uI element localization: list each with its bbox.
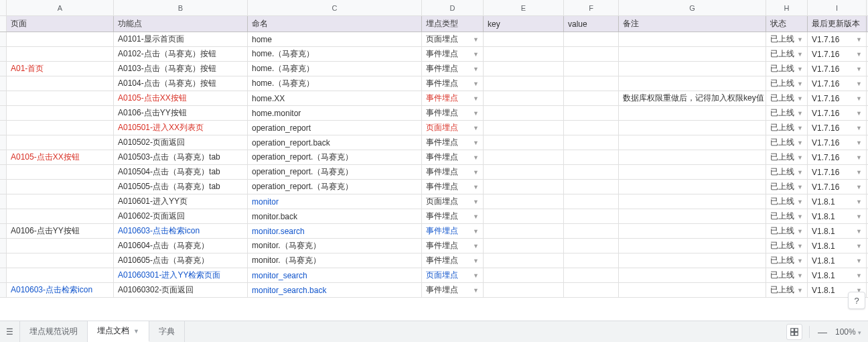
cell-status[interactable]: 已上线▼ [766, 180, 808, 194]
cell-status[interactable]: 已上线▼ [766, 121, 808, 135]
chevron-down-icon[interactable]: ▼ [470, 213, 479, 220]
sheet-tab[interactable]: 字典 [149, 321, 185, 342]
chevron-down-icon[interactable]: ▼ [794, 80, 803, 87]
chevron-down-icon[interactable]: ▼ [794, 110, 803, 117]
cell-page[interactable]: A0106-点击YY按钮 [7, 224, 114, 238]
cell-tracking-type[interactable]: 事件埋点▼ [422, 283, 484, 297]
chevron-down-icon[interactable]: ▼ [794, 184, 803, 190]
cell-tracking-type[interactable]: 事件埋点▼ [422, 253, 484, 268]
cell-function[interactable]: A01060301-进入YY检索页面 [114, 268, 248, 282]
cell-version[interactable]: V1.8.1▼ [808, 224, 867, 238]
table-row[interactable]: A010604-点击（马赛克）monitor.（马赛克）事件埋点▼已上线▼V1.… [0, 239, 868, 253]
cell-version[interactable]: V1.7.16▼ [808, 121, 867, 135]
cell-tracking-type[interactable]: 事件埋点▼ [422, 180, 484, 194]
cell-function[interactable]: A010505-点击（马赛克）tab [114, 180, 248, 194]
cell-function[interactable]: A010605-点击（马赛克） [114, 253, 248, 268]
cell-version[interactable]: V1.7.16▼ [808, 180, 867, 194]
cell-page[interactable] [7, 47, 114, 61]
col-letter-F[interactable]: F [564, 0, 619, 15]
help-button[interactable]: ? [848, 292, 865, 309]
cell-function[interactable]: A010504-点击（马赛克）tab [114, 165, 248, 179]
cell-key[interactable] [484, 283, 564, 297]
cell-remark[interactable] [619, 32, 766, 46]
table-row[interactable]: A010603-点击检索iconA01060302-页面返回monitor_se… [0, 283, 868, 298]
cell-tracking-type[interactable]: 事件埋点▼ [422, 239, 484, 253]
cell-remark[interactable] [619, 150, 766, 164]
cell-remark[interactable] [619, 268, 766, 282]
spreadsheet-grid[interactable]: A B C D E F G H I 页面 功能点 命名 埋点类型 key val… [0, 0, 868, 321]
col-letter-A[interactable]: A [7, 0, 114, 15]
cell-status[interactable]: 已上线▼ [766, 165, 808, 179]
cell-key[interactable] [484, 268, 564, 282]
chevron-down-icon[interactable]: ▼ [853, 110, 862, 117]
table-row[interactable]: A01-首页A0103-点击（马赛克）按钮home.（马赛克）事件埋点▼已上线▼… [0, 62, 868, 76]
chevron-down-icon[interactable]: ▼ [470, 154, 479, 161]
cell-function[interactable]: A010602-页面返回 [114, 209, 248, 223]
table-row[interactable]: A010502-页面返回operation_report.back事件埋点▼已上… [0, 135, 868, 150]
cell-page[interactable]: A0105-点击XX按钮 [7, 150, 114, 164]
cell-function[interactable]: A0102-点击（马赛克）按钮 [114, 47, 248, 61]
cell-version[interactable]: V1.7.16▼ [808, 135, 867, 150]
cell-tracking-type[interactable]: 事件埋点▼ [422, 150, 484, 164]
chevron-down-icon[interactable]: ▼ [794, 51, 803, 58]
cell-naming[interactable]: operation_report.（马赛克） [248, 150, 422, 164]
cell-status[interactable]: 已上线▼ [766, 91, 808, 105]
table-row[interactable]: A0106-点击YY按钮A010603-点击检索iconmonitor.sear… [0, 224, 868, 239]
cell-naming[interactable]: operation_report.back [248, 135, 422, 150]
cell-naming[interactable]: monitor.（马赛克） [248, 239, 422, 253]
cell-remark[interactable] [619, 76, 766, 91]
chevron-down-icon[interactable]: ▼ [853, 184, 862, 190]
header-version[interactable]: 最后更新版本 [808, 16, 867, 32]
cell-status[interactable]: 已上线▼ [766, 62, 808, 76]
col-letter-H[interactable]: H [766, 0, 808, 15]
cell-remark[interactable] [619, 224, 766, 238]
cell-function[interactable]: A010603-点击检索icon [114, 224, 248, 238]
cell-key[interactable] [484, 47, 564, 61]
chevron-down-icon[interactable]: ▼ [794, 139, 803, 146]
cell-remark[interactable] [619, 180, 766, 194]
header-value[interactable]: value [564, 16, 619, 32]
chevron-down-icon[interactable]: ▼ [853, 95, 862, 102]
chevron-down-icon[interactable]: ▼ [470, 36, 479, 43]
cell-key[interactable] [484, 76, 564, 91]
cell-tracking-type[interactable]: 事件埋点▼ [422, 224, 484, 238]
chevron-down-icon[interactable]: ▼ [470, 80, 479, 87]
cell-key[interactable] [484, 62, 564, 76]
table-row[interactable]: A0101-显示首页面home页面埋点▼已上线▼V1.7.16▼ [0, 32, 868, 47]
cell-function[interactable]: A010501-进入XX列表页 [114, 121, 248, 135]
cell-remark[interactable] [619, 165, 766, 179]
cell-value-col[interactable] [564, 224, 619, 238]
cell-key[interactable] [484, 180, 564, 194]
cell-page[interactable] [7, 180, 114, 194]
zoom-out-button[interactable]: — [816, 327, 828, 337]
cell-naming[interactable]: home.XX [248, 91, 422, 105]
cell-value-col[interactable] [564, 62, 619, 76]
chevron-down-icon[interactable]: ▼ [853, 36, 862, 43]
cell-remark[interactable] [619, 106, 766, 120]
chevron-down-icon[interactable]: ▼ [853, 125, 862, 131]
chevron-down-icon[interactable]: ▼ [794, 243, 803, 249]
table-row[interactable]: A0102-点击（马赛克）按钮home.（马赛克）事件埋点▼已上线▼V1.7.1… [0, 47, 868, 62]
chevron-down-icon[interactable]: ▼ [470, 243, 479, 249]
cell-status[interactable]: 已上线▼ [766, 47, 808, 61]
cell-page[interactable]: A010603-点击检索icon [7, 283, 114, 297]
cell-key[interactable] [484, 165, 564, 179]
chevron-down-icon[interactable]: ▼ [470, 66, 479, 72]
table-row[interactable]: A0105-点击XX按钮home.XX事件埋点▼数据库权限重做后，记得加入权限k… [0, 91, 868, 106]
cell-status[interactable]: 已上线▼ [766, 76, 808, 91]
cell-naming[interactable]: home.monitor [248, 106, 422, 120]
cell-value-col[interactable] [564, 239, 619, 253]
header-naming[interactable]: 命名 [248, 16, 422, 32]
chevron-down-icon[interactable]: ▼ [470, 258, 479, 264]
cell-tracking-type[interactable]: 事件埋点▼ [422, 62, 484, 76]
cell-version[interactable]: V1.7.16▼ [808, 47, 867, 61]
chevron-down-icon[interactable]: ▼ [133, 328, 139, 335]
header-tracking-type[interactable]: 埋点类型 [422, 16, 484, 32]
cell-value-col[interactable] [564, 253, 619, 268]
cell-page[interactable] [7, 91, 114, 105]
header-status[interactable]: 状态 [766, 16, 808, 32]
cell-version[interactable]: V1.8.1▼ [808, 209, 867, 223]
cell-status[interactable]: 已上线▼ [766, 268, 808, 282]
chevron-down-icon[interactable]: ▼ [853, 198, 862, 205]
cell-value-col[interactable] [564, 91, 619, 105]
